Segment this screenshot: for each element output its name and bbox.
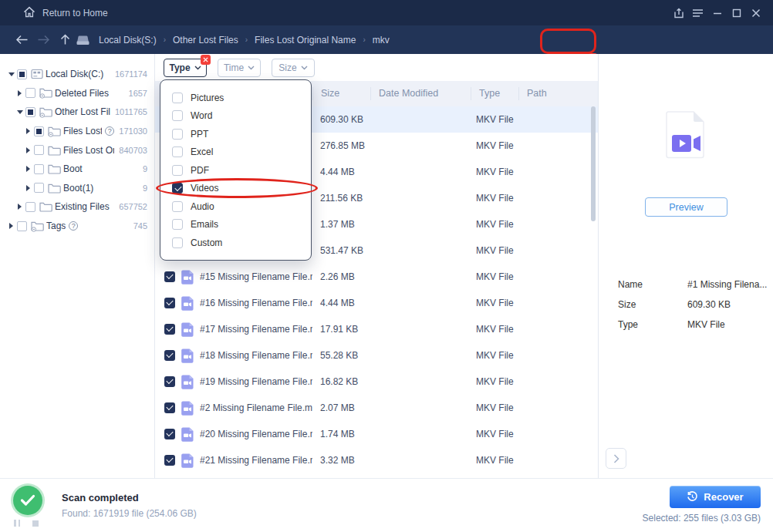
back-icon[interactable]: [11, 25, 32, 54]
column-header-path[interactable]: Path: [518, 87, 598, 100]
tree-checkbox[interactable]: [34, 183, 44, 193]
tree-expander-icon[interactable]: [15, 110, 25, 114]
tree-expander-icon[interactable]: [23, 185, 33, 191]
file-name-label: #19 Missing Filename File.mkv: [200, 376, 312, 387]
filter-option-videos[interactable]: Videos: [160, 183, 311, 194]
filter-option-excel[interactable]: Excel: [160, 146, 311, 157]
column-header-date-modified[interactable]: Date Modified: [370, 87, 471, 100]
file-size-cell: 55.28 KB: [312, 350, 370, 361]
filter-option-audio[interactable]: Audio: [160, 201, 311, 212]
filter-option-emails[interactable]: Emails: [160, 219, 311, 230]
up-icon[interactable]: [54, 25, 76, 54]
filter-option-checkbox[interactable]: [172, 183, 183, 194]
row-checkbox[interactable]: [164, 402, 175, 413]
tree-expander-icon[interactable]: [23, 128, 33, 134]
sidebar-tree-item[interactable]: Files Lost Origi...?171030: [0, 122, 154, 141]
file-row[interactable]: #21 Missing Filename File.mkv3.32 MBMKV …: [155, 447, 598, 473]
file-row[interactable]: #18 Missing Filename File.mkv55.28 KBMKV…: [155, 342, 598, 369]
folder-icon: [48, 163, 61, 174]
sidebar-tree-item[interactable]: Existing Files657752: [0, 197, 154, 217]
filter-option-checkbox[interactable]: [172, 237, 183, 248]
tree-expander-icon[interactable]: [6, 223, 16, 229]
sidebar-tree-item[interactable]: Local Disk(C:)1671174: [0, 65, 154, 84]
file-name-label: #20 Missing Filename File.mkv: [200, 429, 312, 439]
sidebar-tree-item[interactable]: Boot(1)9: [0, 179, 154, 198]
detail-value: 609.30 KB: [687, 299, 773, 310]
filter-option-checkbox[interactable]: [172, 93, 183, 103]
help-icon[interactable]: ?: [105, 126, 114, 136]
file-type-cell: MKV File: [471, 114, 518, 125]
tree-expander-icon[interactable]: [23, 166, 33, 172]
row-checkbox[interactable]: [164, 376, 175, 387]
filter-option-ppt[interactable]: PPT: [160, 129, 311, 140]
filter-chip-size[interactable]: Size: [272, 59, 315, 77]
list-scrollbar[interactable]: [591, 106, 596, 221]
tree-checkbox[interactable]: [25, 107, 35, 117]
forward-icon[interactable]: [32, 25, 54, 54]
file-type-cell: MKV File: [471, 271, 518, 282]
filter-option-checkbox[interactable]: [172, 165, 183, 176]
sidebar-tree-item[interactable]: Files Lost Original ...840703: [0, 140, 154, 160]
row-checkbox[interactable]: [164, 271, 175, 282]
tree-checkbox[interactable]: [34, 126, 44, 136]
row-checkbox[interactable]: [164, 350, 175, 361]
help-icon[interactable]: ?: [69, 221, 78, 231]
filter-chip-type[interactable]: Type: [164, 59, 207, 77]
filter-option-checkbox[interactable]: [172, 219, 183, 230]
breadcrumb-item[interactable]: Files Lost Original Name: [255, 35, 356, 45]
file-row[interactable]: #20 Missing Filename File.mkv1.74 MBMKV …: [155, 421, 598, 447]
sidebar-tree-item[interactable]: Boot9: [0, 160, 154, 179]
row-checkbox[interactable]: [164, 298, 175, 308]
breadcrumb-item[interactable]: Other Lost Files: [173, 35, 238, 45]
filter-option-pictures[interactable]: Pictures: [160, 93, 311, 103]
filter-option-checkbox[interactable]: [172, 146, 183, 157]
maximize-icon[interactable]: [727, 0, 746, 25]
recover-button[interactable]: Recover: [670, 486, 761, 508]
tree-expander-icon[interactable]: [23, 147, 33, 153]
row-checkbox[interactable]: [164, 429, 175, 439]
sidebar-tree-item[interactable]: Other Lost Files1011765: [0, 103, 154, 122]
tree-expander-icon[interactable]: [15, 90, 25, 96]
upgrade-icon[interactable]: [669, 0, 688, 25]
row-checkbox[interactable]: [164, 455, 175, 466]
filter-option-label: Excel: [191, 146, 213, 157]
filter-option-word[interactable]: Word: [160, 110, 311, 121]
file-row[interactable]: #19 Missing Filename File.mkv16.82 KBMKV…: [155, 369, 598, 395]
tree-checkbox[interactable]: [17, 221, 27, 231]
filter-option-pdf[interactable]: PDF: [160, 165, 311, 176]
filter-option-custom[interactable]: Custom: [160, 237, 311, 248]
filter-option-checkbox[interactable]: [172, 110, 183, 121]
tree-checkbox[interactable]: [34, 145, 44, 155]
file-row[interactable]: #2 Missing Filename File.mkv2.07 MBMKV F…: [155, 395, 598, 421]
breadcrumb-item[interactable]: mkv: [373, 35, 390, 45]
close-icon[interactable]: [746, 0, 765, 25]
tree-checkbox[interactable]: [25, 202, 35, 212]
collapse-panel-button[interactable]: [606, 448, 626, 469]
stop-icon[interactable]: [32, 520, 39, 527]
column-header-type[interactable]: Type: [471, 87, 518, 100]
tree-expander-icon[interactable]: [6, 72, 16, 76]
file-row[interactable]: #15 Missing Filename File.mkv2.26 MBMKV …: [155, 264, 598, 290]
sidebar-tree-item[interactable]: Tags?745: [0, 217, 154, 236]
filter-option-checkbox[interactable]: [172, 201, 183, 212]
breadcrumb-item[interactable]: Local Disk(S:): [99, 35, 157, 45]
folder-icon: [39, 201, 52, 212]
filter-chip-time[interactable]: Time: [218, 59, 261, 77]
file-row[interactable]: #16 Missing Filename File.mkv4.44 MBMKV …: [155, 290, 598, 316]
filter-option-checkbox[interactable]: [172, 129, 183, 140]
preview-button[interactable]: Preview: [645, 197, 727, 217]
pause-icon[interactable]: [14, 520, 20, 527]
file-size-cell: 531.47 KB: [312, 245, 370, 256]
minimize-icon[interactable]: [707, 0, 727, 25]
tree-expander-icon[interactable]: [15, 204, 25, 210]
file-row[interactable]: #17 Missing Filename File.mkv17.91 KBMKV…: [155, 316, 598, 342]
file-size-cell: 4.44 MB: [312, 167, 370, 177]
tree-checkbox[interactable]: [17, 69, 27, 79]
menu-icon[interactable]: [688, 0, 707, 25]
return-home-button[interactable]: Return to Home: [23, 0, 108, 25]
sidebar-tree-item[interactable]: Deleted Files1657: [0, 84, 154, 103]
row-checkbox[interactable]: [164, 324, 175, 335]
tree-checkbox[interactable]: [34, 164, 44, 174]
column-header-size[interactable]: Size: [312, 87, 370, 100]
tree-checkbox[interactable]: [25, 88, 35, 98]
